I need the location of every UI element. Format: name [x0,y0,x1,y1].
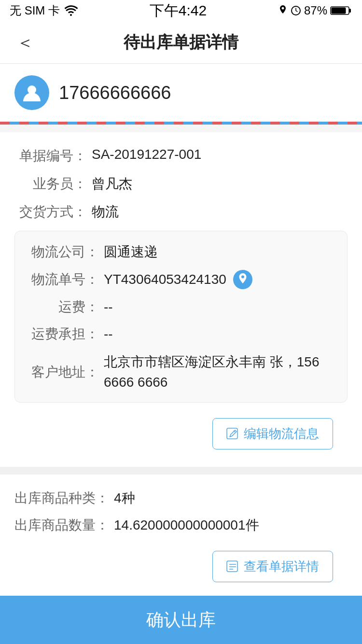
delivery-method-row: 交货方式： 物流 [14,203,348,221]
customer-header: 17666666666 [0,64,362,122]
goods-quantity-row: 出库商品数量： 14.620000000000001件 [14,516,348,534]
confirm-outbound-button[interactable]: 确认出库 [0,596,362,644]
sales-person-label: 业务员： [14,175,92,193]
dashed-divider [0,122,362,125]
time-label: 下午4:42 [150,1,207,21]
address-label: 客户地址： [27,363,104,381]
page-title: 待出库单据详情 [124,31,238,54]
order-number-label: 单据编号： [14,147,92,165]
clock-icon [291,5,301,16]
goods-section: 出库商品种类： 4种 出库商品数量： 14.620000000000001件 查… [0,475,362,600]
sales-person-value: 曾凡杰 [92,175,348,193]
avatar [14,75,49,110]
logistics-card: 物流公司： 圆通速递 物流单号： YT43064053424130 运费： --… [14,231,348,403]
svg-rect-2 [349,9,351,13]
map-pin-icon [237,273,248,286]
battery-label: 87% [304,4,327,17]
edit-logistics-area: 编辑物流信息 [14,410,348,457]
order-number-value: SA-20191227-001 [92,147,348,162]
freight-row: 运费： -- [27,298,335,316]
svg-rect-6 [227,561,237,572]
status-right: 87% [278,4,352,17]
back-button[interactable]: ＜ [12,26,39,59]
view-detail-area: 查看单据详情 [14,543,348,590]
address-value: 北京市市辖区海淀区永丰南 张，156 6666 6666 [104,352,335,392]
nav-bar: ＜ 待出库单据详情 [0,21,362,64]
goods-quantity-label: 出库商品数量： [14,516,114,534]
confirm-btn-label: 确认出库 [146,608,216,632]
order-info-section: 单据编号： SA-20191227-001 业务员： 曾凡杰 交货方式： 物流 … [0,132,362,467]
svg-rect-3 [331,8,346,14]
edit-icon [226,428,239,440]
location-service-icon [278,5,288,16]
goods-quantity-value: 14.620000000000001件 [114,516,259,534]
view-detail-button[interactable]: 查看单据详情 [212,551,333,582]
view-detail-label: 查看单据详情 [244,558,319,575]
address-row: 客户地址： 北京市市辖区海淀区永丰南 张，156 6666 6666 [27,352,335,392]
customer-phone: 17666666666 [59,83,171,103]
goods-types-value: 4种 [114,489,135,507]
goods-types-row: 出库商品种类： 4种 [14,489,348,507]
section-separator [0,467,362,475]
edit-logistics-button[interactable]: 编辑物流信息 [212,418,333,449]
wifi-icon [64,5,78,16]
sales-person-row: 业务员： 曾凡杰 [14,175,348,193]
order-number-row: 单据编号： SA-20191227-001 [14,147,348,165]
status-left: 无 SIM 卡 [10,3,78,18]
bottom-area: 确认出库 [0,596,362,644]
freight-bearer-row: 运费承担： -- [27,325,335,343]
freight-label: 运费： [27,298,104,316]
freight-bearer-label: 运费承担： [27,325,104,343]
status-bar: 无 SIM 卡 下午4:42 87% [0,0,362,21]
delivery-method-value: 物流 [92,203,348,221]
edit-logistics-label: 编辑物流信息 [244,425,319,442]
battery-icon [330,5,352,16]
carrier-label: 无 SIM 卡 [10,3,60,18]
user-icon [21,82,42,103]
logistics-company-value: 圆通速递 [104,243,335,261]
tracking-number-value: YT43064053424130 [104,270,335,289]
logistics-company-label: 物流公司： [27,243,104,261]
list-icon [226,560,239,573]
logistics-company-row: 物流公司： 圆通速递 [27,243,335,261]
tracking-number-row: 物流单号： YT43064053424130 [27,270,335,289]
freight-bearer-value: -- [104,326,335,342]
track-location-button[interactable] [233,270,252,289]
delivery-method-label: 交货方式： [14,203,92,221]
freight-value: -- [104,299,335,315]
goods-types-label: 出库商品种类： [14,489,114,507]
tracking-number-label: 物流单号： [27,270,104,289]
